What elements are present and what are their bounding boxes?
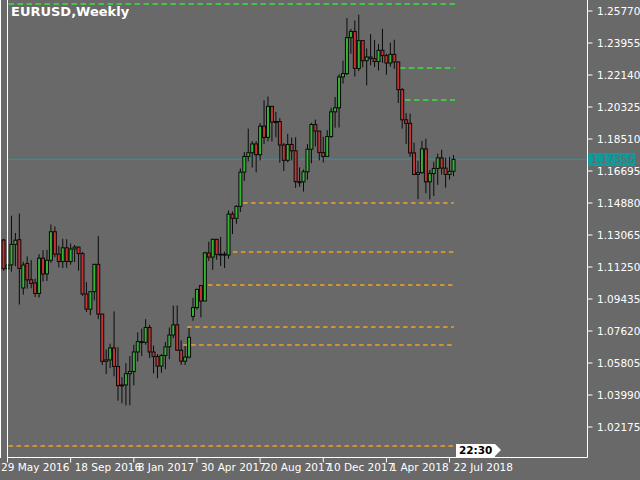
candle (409, 114, 412, 157)
candle (338, 74, 341, 127)
candle (318, 131, 321, 160)
candle (203, 252, 206, 301)
candle (361, 40, 364, 67)
candle (349, 29, 352, 54)
candle (219, 237, 222, 266)
candle (117, 347, 120, 400)
candle (199, 285, 202, 317)
candle (42, 250, 45, 281)
candle (278, 118, 281, 163)
chart-canvas[interactable]: 1.257701.239551.221401.203251.185101.166… (0, 0, 640, 480)
candle (302, 170, 305, 192)
candle (345, 18, 348, 75)
candle (282, 143, 285, 171)
candle (251, 141, 254, 167)
candle (124, 363, 127, 405)
price-axis[interactable] (588, 0, 640, 458)
candle (322, 137, 325, 163)
candle (440, 150, 443, 175)
candle (18, 214, 21, 305)
candle (330, 108, 333, 138)
candle (73, 245, 76, 262)
candle (341, 61, 344, 84)
candle (401, 88, 404, 129)
candle (168, 327, 171, 359)
candle (436, 154, 439, 185)
candle (263, 100, 266, 144)
candle (128, 356, 131, 405)
candle (353, 21, 356, 77)
candle (424, 139, 427, 193)
candle (105, 349, 108, 374)
candle (152, 346, 155, 374)
candle (373, 40, 376, 67)
time-axis[interactable] (0, 458, 640, 480)
candle (405, 113, 408, 144)
candle (160, 354, 163, 373)
candle (172, 306, 175, 339)
candle (310, 123, 313, 164)
candle (255, 141, 258, 172)
candle (389, 43, 392, 67)
candle (420, 141, 423, 174)
candle (34, 279, 37, 297)
candle (227, 211, 230, 259)
candle (148, 325, 151, 358)
candle (274, 112, 277, 137)
candle (93, 264, 96, 300)
candle (259, 123, 262, 160)
candle (314, 120, 317, 147)
candle (164, 342, 167, 369)
candle (231, 211, 234, 234)
candle (298, 167, 301, 186)
candle (10, 216, 13, 272)
candle (65, 239, 68, 268)
candle (14, 233, 17, 266)
candle (452, 155, 455, 176)
candle (156, 354, 159, 378)
candle (101, 314, 104, 365)
candle (89, 292, 92, 315)
candle (369, 34, 372, 65)
candle (211, 239, 214, 270)
candle (294, 137, 297, 188)
candle (22, 262, 25, 295)
candle (81, 252, 84, 296)
candle (444, 158, 447, 188)
symbol-timeframe-label: EURUSD,Weekly (11, 4, 129, 19)
candle (176, 306, 179, 351)
candle (416, 161, 419, 199)
candle (326, 130, 329, 157)
candle (306, 144, 309, 180)
candle (286, 134, 289, 162)
candle (132, 345, 135, 386)
candle (69, 244, 72, 265)
candle (393, 40, 396, 69)
candle (334, 97, 337, 128)
candle (195, 289, 198, 310)
candle (239, 168, 242, 212)
candle (53, 226, 56, 257)
candle (57, 246, 60, 268)
candle (184, 346, 187, 365)
chart-border (8, 0, 588, 458)
candle-countdown: 22:30 (456, 444, 495, 457)
candle (266, 97, 269, 142)
candle (120, 377, 123, 403)
candle (26, 256, 29, 288)
candle (385, 54, 388, 75)
candle (397, 61, 400, 103)
candle (243, 152, 246, 181)
candle (97, 236, 100, 319)
candle (365, 48, 368, 85)
candle (85, 282, 88, 312)
candle (357, 15, 360, 71)
candle (428, 170, 431, 199)
candle (2, 239, 5, 271)
candle (136, 332, 139, 361)
candle (290, 138, 293, 161)
candle (413, 143, 416, 175)
candle (223, 252, 226, 268)
candle (235, 205, 238, 224)
candle (188, 328, 191, 358)
